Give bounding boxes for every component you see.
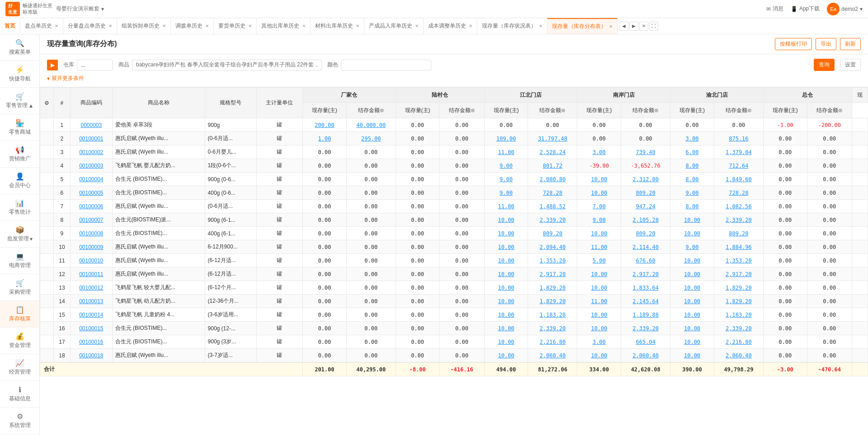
cell-jiangbei-amt[interactable]: 2,339.20: [528, 213, 577, 227]
cell-link-nanan-1[interactable]: 739.40: [636, 149, 655, 155]
cell-link-yubei-0[interactable]: 9.00: [686, 244, 699, 250]
nav-tab-5[interactable]: 其他出库单历史 ✕: [257, 18, 311, 34]
cell-link-factory-1[interactable]: 295.00: [361, 136, 381, 142]
cell-link-nanan-1[interactable]: 2,145.64: [632, 298, 659, 305]
cell-yubei-qty[interactable]: 8.00: [670, 173, 714, 186]
cell-yubei-qty[interactable]: 10.00: [670, 281, 714, 295]
refresh-button[interactable]: 刷新: [840, 38, 861, 50]
cell-jiangbei-amt[interactable]: 2,216.80: [528, 335, 577, 349]
cell-yubei-amt[interactable]: 875.16: [714, 132, 763, 145]
cell-link-jiangbei-0[interactable]: 10.00: [498, 339, 514, 345]
nav-tab-1[interactable]: 分量盘点单历史 ✕: [63, 18, 117, 34]
cell-jiangbei-qty[interactable]: 10.00: [484, 322, 528, 335]
sidebar-item-inventory[interactable]: 📋 库存核算: [0, 301, 39, 328]
query-button[interactable]: 查询: [814, 59, 835, 71]
cell-link-nanan-1[interactable]: 809.20: [636, 230, 655, 237]
cell-link-factory-0[interactable]: 1.00: [318, 136, 331, 142]
cell-nanan-amt[interactable]: 2,114.40: [621, 240, 670, 254]
cell-yubei-amt[interactable]: 2,339.20: [714, 213, 763, 227]
close-icon[interactable]: ✕: [356, 23, 359, 28]
cell-jiangbei-amt[interactable]: 801.72: [528, 159, 577, 173]
cell-yubei-amt[interactable]: 1,884.96: [714, 240, 763, 254]
cell-link-nanan-0[interactable]: 3.00: [593, 339, 606, 345]
product-code-link[interactable]: 00100015: [79, 325, 103, 332]
product-code-link[interactable]: 00100003: [79, 163, 103, 169]
cell-factory-qty[interactable]: 200.00: [303, 118, 347, 132]
cell-yubei-amt[interactable]: 1,183.20: [714, 308, 763, 322]
color-input[interactable]: [341, 60, 431, 70]
cell-link-yubei-1[interactable]: 712.64: [729, 163, 748, 169]
cell-link-nanan-1[interactable]: 2,917.20: [632, 271, 659, 277]
cell-link-yubei-0[interactable]: 6.00: [686, 149, 699, 155]
product-code-link[interactable]: 0000003: [80, 122, 102, 128]
cell-nanan-qty[interactable]: 7.00: [577, 200, 621, 213]
settings-button[interactable]: 设置: [840, 59, 861, 71]
cell-link-nanan-0[interactable]: 10.00: [591, 176, 607, 183]
cell-jiangbei-qty[interactable]: 10.00: [484, 335, 528, 349]
cell-yubei-amt[interactable]: 2,917.20: [714, 267, 763, 281]
cell-nanan-qty[interactable]: 10.00: [577, 186, 621, 200]
cell-link-jiangbei-1[interactable]: 1,353.20: [539, 258, 566, 264]
cell-jiangbei-amt[interactable]: 728.28: [528, 186, 577, 200]
sidebar-item-member[interactable]: 👤 会员中心: [0, 168, 39, 194]
cell-link-jiangbei-1[interactable]: 2,216.80: [539, 339, 566, 345]
cell-yubei-amt[interactable]: 712.64: [714, 159, 763, 173]
cell-link-jiangbei-0[interactable]: 9.00: [500, 163, 513, 169]
cell-link-jiangbei-0[interactable]: 11.00: [498, 203, 514, 210]
cell-jiangbei-amt[interactable]: 1,488.52: [528, 200, 577, 213]
cell-nanan-qty[interactable]: 3.00: [577, 145, 621, 159]
export-button[interactable]: 导出: [816, 38, 836, 50]
product-code-link[interactable]: 00100009: [79, 244, 103, 250]
cell-nanan-amt[interactable]: 739.40: [621, 145, 670, 159]
cell-jiangbei-amt[interactable]: 2,339.20: [528, 322, 577, 335]
cell-link-yubei-1[interactable]: 2,339.20: [726, 217, 752, 223]
cell-nanan-qty[interactable]: 11.00: [577, 240, 621, 254]
cell-link-yubei-0[interactable]: 8.00: [686, 203, 699, 210]
cell-nanan-qty[interactable]: 10.00: [577, 349, 621, 363]
cell-link-yubei-1[interactable]: 1,379.04: [726, 149, 752, 155]
cell-jiangbei-amt[interactable]: 1,353.20: [528, 254, 577, 267]
product-code-link[interactable]: 00100002: [79, 149, 103, 155]
message-button[interactable]: ✉ 消息: [766, 5, 783, 13]
product-code-link[interactable]: 00100016: [79, 339, 103, 345]
close-icon[interactable]: ✕: [302, 23, 306, 28]
cell-jiangbei-qty[interactable]: 109.00: [484, 132, 528, 145]
cell-nanan-qty[interactable]: 10.00: [577, 308, 621, 322]
cell-yubei-amt[interactable]: 1,379.04: [714, 145, 763, 159]
product-code-link[interactable]: 00100012: [79, 285, 103, 291]
cell-link-nanan-1[interactable]: 1,189.88: [632, 312, 659, 318]
user-menu[interactable]: Ea demo2 ▾: [827, 3, 863, 15]
nav-tab-2[interactable]: 组装拆卸单历史 ✕: [117, 18, 171, 34]
cell-yubei-amt[interactable]: 2,216.80: [714, 335, 763, 349]
cell-link-yubei-1[interactable]: 2,339.20: [726, 325, 752, 332]
cell-nanan-qty[interactable]: 10.00: [577, 267, 621, 281]
cell-link-nanan-0[interactable]: 10.00: [591, 325, 607, 332]
cell-yubei-qty[interactable]: 10.00: [670, 308, 714, 322]
cell-link-nanan-1[interactable]: 809.20: [636, 190, 655, 196]
cell-jiangbei-qty[interactable]: 10.00: [484, 254, 528, 267]
product-code-link[interactable]: 00100013: [79, 298, 103, 305]
cell-yubei-qty[interactable]: 9.00: [670, 240, 714, 254]
cell-link-jiangbei-0[interactable]: 9.00: [500, 190, 513, 196]
nav-tab-6[interactable]: 材料出库单历史 ✕: [311, 18, 364, 34]
cell-link-nanan-0[interactable]: 10.00: [591, 312, 607, 318]
sidebar-item-purchase[interactable]: 🛒 采购管理: [0, 274, 39, 301]
cell-link-yubei-1[interactable]: 728.28: [729, 190, 748, 196]
cell-link-yubei-0[interactable]: 3.00: [686, 136, 699, 142]
cell-yubei-amt[interactable]: 728.28: [714, 186, 763, 200]
cell-link-yubei-0[interactable]: 10.00: [684, 217, 700, 223]
cell-nanan-qty[interactable]: 11.00: [577, 295, 621, 308]
cell-yubei-qty[interactable]: 10.00: [670, 349, 714, 363]
sidebar-item-search[interactable]: 🔍 搜索英单: [0, 34, 39, 61]
sidebar-item-base-info[interactable]: ℹ 基础信息: [0, 381, 39, 408]
nav-expand-button[interactable]: ⛶: [649, 22, 658, 31]
product-code-link[interactable]: 00100008: [79, 230, 103, 237]
cell-yubei-qty[interactable]: 8.00: [670, 159, 714, 173]
cell-link-yubei-0[interactable]: 10.00: [684, 325, 700, 332]
cell-jiangbei-qty[interactable]: 10.00: [484, 308, 528, 322]
cell-yubei-qty[interactable]: 10.00: [670, 254, 714, 267]
cell-link-jiangbei-1[interactable]: 809.20: [543, 230, 562, 237]
cell-yubei-qty[interactable]: 10.00: [670, 295, 714, 308]
cell-nanan-amt[interactable]: 665.04: [621, 335, 670, 349]
cell-nanan-amt[interactable]: 2,917.20: [621, 267, 670, 281]
